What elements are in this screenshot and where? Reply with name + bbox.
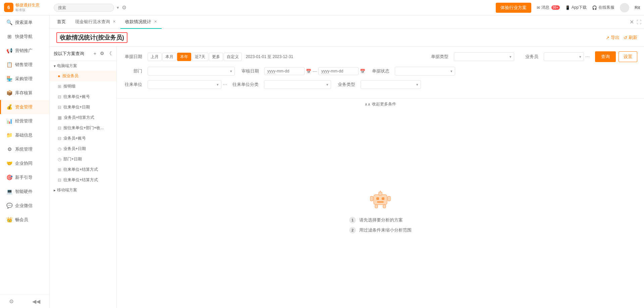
scheme-item-dept-date[interactable]: ◷ 部门+日期 xyxy=(50,154,116,164)
scheme-item-partner-dept[interactable]: ⊟ 按往来单位+部门+收... xyxy=(50,123,116,133)
biz-type-select[interactable] xyxy=(361,80,421,89)
doc-type-select-wrapper xyxy=(454,52,514,61)
collapse-up-icon: ∧∧ xyxy=(365,102,371,107)
scheme-item-by-salesman[interactable]: ● 按业务员 xyxy=(50,71,116,81)
sidebar-item-search-menu[interactable]: 🔍 搜索菜单 xyxy=(0,15,49,30)
right-panel: 单据日期 上月 本月 本年 近7天 更多 自定义 20 xyxy=(117,47,644,308)
scheme-item-salesman-date[interactable]: ◷ 业务员+日期 xyxy=(50,144,116,154)
sidebar-item-inventory[interactable]: 📦 库存核算 xyxy=(0,86,49,100)
date-btn-custom[interactable]: 自定义 xyxy=(224,53,242,61)
date-btn-last-month[interactable]: 上月 xyxy=(148,53,162,61)
page-area: 收款情况统计(按业务员) ↗ 导出 ↺ 刷新 按以下 xyxy=(50,29,644,308)
review-date-end[interactable] xyxy=(318,67,359,75)
sidebar-item-smart-hw[interactable]: 💻 智能硬件 xyxy=(0,185,49,199)
sidebar-item-sales[interactable]: 📋 销售管理 xyxy=(0,58,49,72)
sidebar-item-fund[interactable]: 💰 资金管理 xyxy=(0,100,49,114)
manage-scheme-icon[interactable]: ⚙ xyxy=(99,50,105,57)
collapse-panel-icon[interactable]: 《 xyxy=(106,50,112,57)
sidebar-item-new-guide[interactable]: 🎯 新手引导 xyxy=(0,170,49,185)
marketing-icon: 📢 xyxy=(6,48,12,54)
desktop-scheme-group-header[interactable]: ▾ 电脑端方案 xyxy=(50,61,116,71)
date-btn-this-month[interactable]: 本月 xyxy=(162,53,176,61)
tab-collection-stats[interactable]: 收款情况统计 ✕ xyxy=(120,15,162,29)
query-button[interactable]: 查询 xyxy=(595,51,616,62)
calendar-icon-end[interactable]: 📅 xyxy=(360,69,365,74)
app-download-icon: 📱 xyxy=(565,5,570,10)
tab-maximize-icon[interactable]: ⛶ xyxy=(637,19,641,25)
dept-select[interactable] xyxy=(148,67,235,75)
sidebar-item-sys-admin[interactable]: ⚙ 系统管理 xyxy=(0,142,49,156)
sidebar-item-marketing[interactable]: 📢 营销推广 xyxy=(0,44,49,58)
sidebar-item-basic-info[interactable]: 📁 基础信息 xyxy=(0,128,49,142)
bank-flow-tab-close[interactable]: ✕ xyxy=(113,19,116,24)
user-avatar[interactable] xyxy=(620,3,629,12)
header-dropdown-icon[interactable]: ▾ xyxy=(117,5,119,10)
scheme-item-partner-settle2[interactable]: ⊟ 往来单位+结算方式 xyxy=(50,175,116,185)
tab-close-all-icon[interactable]: ✕ xyxy=(630,19,634,25)
sidebar-bottom: ⚙ ◀◀ xyxy=(0,295,49,308)
collapse-bar[interactable]: ∧∧ 收起更多条件 xyxy=(117,98,644,110)
tab-home[interactable]: 首页 xyxy=(52,15,70,29)
sidebar-label-basic-info: 基础信息 xyxy=(15,132,33,138)
scheme-item-partner-settle1[interactable]: ⊞ 往来单位+结算方式 xyxy=(50,164,116,175)
scheme-item-partner-account[interactable]: ⊟ 往来单位+账号 xyxy=(50,92,116,102)
tab-bank-flow[interactable]: 现金银行流水查询 ✕ xyxy=(70,15,120,29)
header-search-input[interactable] xyxy=(54,4,114,12)
sidebar-item-enterprise[interactable]: 🤝 企业协同 xyxy=(0,156,49,170)
header-settings-icon[interactable]: ⚙ xyxy=(122,4,126,11)
export-button[interactable]: ↗ 导出 xyxy=(606,35,620,41)
sidebar-collapse-icon[interactable]: ◀◀ xyxy=(32,298,40,305)
scheme-item-by-detail[interactable]: ⊞ 按明细 xyxy=(50,81,116,92)
doc-status-select[interactable] xyxy=(395,67,455,75)
page-title: 收款情况统计(按业务员) xyxy=(56,32,127,43)
setting-button[interactable]: 设置 xyxy=(619,51,637,62)
date-btn-7days[interactable]: 近7天 xyxy=(192,53,208,61)
calendar-icon-start[interactable]: 📅 xyxy=(306,69,311,74)
scheme-item-salesman-settle[interactable]: ▦ 业务员+结算方式 xyxy=(50,112,116,123)
doc-type-select[interactable] xyxy=(454,52,514,61)
sidebar-settings-icon[interactable]: ⚙ xyxy=(9,298,14,305)
sidebar-label-purchase: 采购管理 xyxy=(15,76,33,82)
scheme-item-salesman-account[interactable]: ⊟ 业务员+账号 xyxy=(50,133,116,144)
sidebar-label-member: 畅会员 xyxy=(15,217,28,223)
sales-icon: 📋 xyxy=(6,62,12,68)
sidebar-item-quick-nav[interactable]: ⊞ 快捷导航 xyxy=(0,30,49,44)
industry-solution-button[interactable]: 体验行业方案 xyxy=(496,3,531,13)
app-logo-icon: 6 xyxy=(4,3,13,12)
add-scheme-icon[interactable]: ＋ xyxy=(92,50,98,57)
sidebar-label-search-menu: 搜索菜单 xyxy=(15,19,33,25)
scheme-item-partner-date[interactable]: ⊟ 往来单位+日期 xyxy=(50,102,116,112)
partner-select[interactable] xyxy=(148,80,221,89)
sidebar-item-operation[interactable]: 📊 经营管理 xyxy=(0,114,49,128)
svg-rect-0 xyxy=(374,195,387,205)
date-btn-group: 上月 本月 本年 近7天 更多 自定义 xyxy=(148,53,242,61)
review-date-start[interactable] xyxy=(264,67,305,75)
scheme-label-salesman-date: 业务员+日期 xyxy=(63,146,86,152)
sidebar-item-enterprise-wechat[interactable]: 💬 企业微信 xyxy=(0,199,49,213)
sidebar-item-member[interactable]: 👑 畅会员 xyxy=(0,213,49,227)
sidebar-item-purchase[interactable]: 🏪 采购管理 xyxy=(0,72,49,86)
partner-filter-label: 往来单位 xyxy=(123,82,142,88)
collection-stats-tab-close[interactable]: ✕ xyxy=(154,19,157,24)
empty-steps: 1 请先选择要分析的方案 2 用过滤条件来缩小分析范围 xyxy=(349,217,412,234)
svg-rect-3 xyxy=(377,201,384,203)
app-download-item[interactable]: 📱 App下载 xyxy=(565,5,587,10)
salesman-select[interactable] xyxy=(544,52,584,61)
online-service-item[interactable]: 🎧 在线客服 xyxy=(592,5,614,10)
message-badge: 99+ xyxy=(551,5,560,10)
date-btn-more[interactable]: 更多 xyxy=(209,53,223,61)
date-btn-this-year[interactable]: 本年 xyxy=(177,53,191,61)
partner-select-wrapper xyxy=(148,80,221,89)
filter-area: 单据日期 上月 本月 本年 近7天 更多 自定义 20 xyxy=(117,47,644,98)
salesman-more-icon[interactable]: ··· xyxy=(585,54,590,60)
mobile-scheme-group-header[interactable]: ▸ 移动端方案 xyxy=(50,185,116,195)
message-icon-item[interactable]: ✉ 消息 99+ xyxy=(537,5,560,10)
purchase-icon: 🏪 xyxy=(6,76,12,82)
refresh-button[interactable]: ↺ 刷新 xyxy=(624,35,637,41)
filter-actions: 查询 设置 xyxy=(595,51,637,62)
partner-more-icon[interactable]: ··· xyxy=(223,82,227,88)
date-filter-label: 单据日期 xyxy=(123,54,142,60)
left-panel-title: 按以下方案查询 xyxy=(54,51,84,57)
partner-classify-select[interactable] xyxy=(264,80,331,89)
scheme-label-partner-settle1: 往来单位+结算方式 xyxy=(63,167,98,172)
